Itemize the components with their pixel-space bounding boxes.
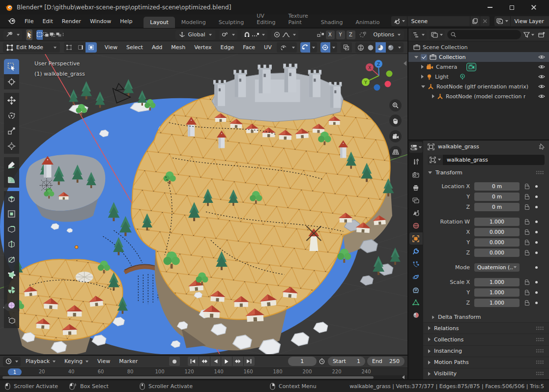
scale-x-input[interactable]: 1.000: [474, 278, 520, 286]
animate-dot[interactable]: [535, 266, 538, 269]
scene-name-field[interactable]: Scene: [407, 16, 470, 26]
timeline-scrollbar[interactable]: [0, 375, 407, 379]
pivot-dropdown[interactable]: [219, 30, 237, 40]
select-extend-button[interactable]: [43, 30, 49, 40]
active-tool-dropdown[interactable]: [3, 30, 22, 40]
panel-grip[interactable]: [536, 349, 544, 353]
tab-tool[interactable]: [409, 156, 423, 168]
gizmos-toggle[interactable]: [300, 42, 317, 53]
menu-help[interactable]: Help: [116, 16, 137, 27]
location-z-input[interactable]: 0 m: [474, 203, 520, 211]
rotation-y-input[interactable]: 0.000: [474, 238, 520, 247]
light-data-badge[interactable]: [460, 74, 465, 80]
timeline-collapse-arrow[interactable]: [402, 375, 405, 379]
scene-browse-button[interactable]: [391, 16, 407, 26]
zoom-view-button[interactable]: [389, 99, 402, 112]
outliner-row-collection[interactable]: Collection: [408, 52, 549, 62]
timeline-editor-type-button[interactable]: [3, 357, 21, 366]
tab-view-layer[interactable]: [409, 194, 423, 206]
object-name-input[interactable]: walkable_grass: [443, 155, 545, 165]
auto-keying-button[interactable]: [169, 357, 180, 366]
tab-scene[interactable]: [409, 207, 423, 219]
lock-icon[interactable]: [522, 219, 532, 224]
expand-icon[interactable]: [421, 75, 424, 79]
lock-icon[interactable]: [522, 240, 532, 245]
tool-edge-slide-button[interactable]: [4, 313, 19, 328]
outliner-filter-dropdown[interactable]: [429, 30, 445, 40]
tool-transform-button[interactable]: [4, 139, 19, 154]
lock-icon[interactable]: [522, 204, 532, 210]
edge-mode-button[interactable]: [75, 42, 86, 53]
use-preview-range-button[interactable]: [318, 357, 327, 366]
rotation-x-input[interactable]: 0.000: [474, 228, 520, 236]
timeline-ruler[interactable]: 20 40 60 80 100 120 140 160 180 200 220 …: [0, 367, 407, 375]
view-layer-name-field[interactable]: View Layer: [510, 16, 549, 26]
tab-particles[interactable]: [409, 258, 423, 270]
snap-controls[interactable]: [241, 30, 267, 40]
animate-dot[interactable]: [535, 221, 538, 223]
tab-render[interactable]: [409, 168, 423, 181]
animate-dot[interactable]: [535, 196, 538, 198]
tool-cursor-button[interactable]: [4, 74, 19, 89]
delta-transform-panel-header[interactable]: Delta Transform: [423, 312, 549, 322]
pin-icon[interactable]: [539, 143, 545, 150]
tab-constraints[interactable]: [409, 283, 423, 296]
outliner-filter-button[interactable]: [523, 32, 534, 38]
tab-layout[interactable]: Layout: [144, 17, 174, 28]
prev-frame-button[interactable]: [210, 357, 221, 366]
lock-icon[interactable]: [522, 290, 532, 295]
outliner-display-mode-dropdown[interactable]: [411, 30, 427, 40]
visibility-eye-icon[interactable]: [538, 84, 545, 89]
lock-icon[interactable]: [522, 250, 532, 255]
animate-dot[interactable]: [535, 185, 538, 188]
next-keyframe-button[interactable]: [232, 357, 243, 366]
select-subtract-button[interactable]: [49, 30, 56, 40]
tab-uv-editing[interactable]: UV Editing: [250, 10, 282, 28]
proportional-editing[interactable]: [271, 30, 298, 40]
active-tool-select-box[interactable]: [26, 29, 32, 40]
play-button[interactable]: [221, 357, 232, 366]
tab-sculpting[interactable]: Sculpting: [212, 17, 250, 28]
tab-physics[interactable]: [409, 271, 423, 283]
expand-icon[interactable]: [421, 65, 424, 69]
timeline-scrollbar-handle[interactable]: [2, 376, 374, 379]
visibility-eye-icon[interactable]: [538, 94, 545, 99]
animate-dot[interactable]: [535, 291, 538, 294]
scale-z-input[interactable]: 1.000: [474, 299, 520, 307]
tab-texture-paint[interactable]: Texture Paint: [282, 10, 315, 28]
menu-window[interactable]: Window: [86, 16, 116, 27]
shading-material-button[interactable]: [376, 42, 385, 53]
object-id-icon-button[interactable]: [428, 155, 443, 165]
outliner-row-light[interactable]: Light: [408, 72, 549, 82]
mode-dropdown[interactable]: Edit Mode: [3, 42, 60, 53]
tool-spin-button[interactable]: [4, 282, 19, 298]
animate-dot[interactable]: [535, 281, 538, 283]
viewport-menu-view[interactable]: View: [101, 42, 121, 53]
snap-topology-button[interactable]: [359, 30, 366, 40]
rotation-z-input[interactable]: 0.000: [474, 249, 520, 257]
tool-annotate-button[interactable]: [4, 157, 19, 172]
visibility-eye-icon[interactable]: [538, 64, 545, 69]
mirror-z-button[interactable]: Z: [347, 30, 355, 39]
blender-menu-icon[interactable]: [3, 16, 20, 27]
camera-data-badge[interactable]: [466, 63, 476, 71]
collections-panel-header[interactable]: Collections: [423, 334, 549, 345]
tool-rotate-button[interactable]: [4, 108, 19, 123]
camera-view-button[interactable]: [389, 130, 402, 142]
rotation-w-input[interactable]: 1.000: [474, 218, 520, 226]
tool-poly-build-button[interactable]: [4, 267, 19, 282]
lock-icon[interactable]: [522, 184, 532, 189]
viewport-3d[interactable]: User Perspective (1) walkable_grass: [0, 54, 407, 355]
lock-icon[interactable]: [522, 280, 532, 285]
maximize-button[interactable]: [501, 0, 522, 15]
lock-icon[interactable]: [522, 229, 532, 235]
panel-grip[interactable]: [536, 326, 544, 331]
tool-smooth-button[interactable]: [4, 298, 19, 313]
pan-view-button[interactable]: [389, 114, 402, 127]
motion-paths-panel-header[interactable]: Motion Paths: [423, 357, 549, 368]
menu-edit[interactable]: Edit: [38, 16, 57, 27]
visibility-panel-header[interactable]: Visibility: [423, 368, 549, 379]
perspective-toggle-button[interactable]: [389, 146, 402, 158]
tool-select-box-button[interactable]: [4, 59, 19, 74]
xray-toggle[interactable]: [341, 42, 352, 53]
